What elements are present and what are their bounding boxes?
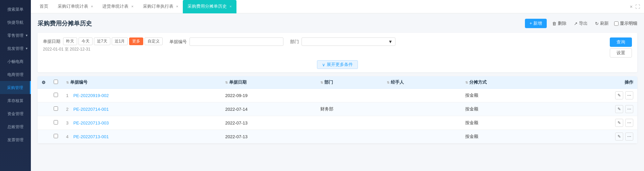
row-checkbox[interactable] [54,93,58,97]
tab-close-icon[interactable]: × [131,4,133,8]
doc-no-link[interactable]: PE-20220919-002 [73,93,109,98]
edit-icon[interactable]: ✎ [615,133,623,141]
select-all-checkbox[interactable] [54,80,58,84]
row-checkbox-cell[interactable] [50,130,62,144]
table-row: 1 PE-20220919-002 2022-09-19 按金额 ✎ ⋯ [38,89,637,102]
chevron-down-icon: ∨ [322,62,325,67]
sidebar-item-电商管理[interactable]: 电商管理 [0,68,31,81]
date-btn-today[interactable]: 今天 [78,37,93,45]
row-dept-cell [316,89,383,102]
show-columns-checkbox[interactable] [614,21,619,26]
date-search-field: 单据日期 昨天 今天 近7天 近1月 更多 自定义 [43,37,163,45]
sidebar-item-批发管理[interactable]: 批发管理 [0,42,31,55]
show-columns-toggle[interactable]: 显示明细 [614,20,637,26]
date-range-btns: 昨天 今天 近7天 近1月 更多 自定义 [63,37,163,45]
tab-close-icon[interactable]: × [229,4,231,8]
more-ops-icon[interactable]: ⋯ [625,105,633,113]
row-date-cell: 2022-07-13 [221,116,316,130]
more-ops-icon[interactable]: ⋯ [625,119,633,127]
table-row: 4 PE-20220713-001 2022-07-13 按金额 ✎ ⋯ [38,130,637,144]
edit-icon[interactable]: ✎ [615,105,623,113]
date-btn-more[interactable]: 更多 [129,37,143,45]
date-btn-1month[interactable]: 近1月 [112,37,128,45]
export-icon: ↗ [574,21,578,26]
tab-4[interactable]: 采购费用分摊单历史× [183,0,236,13]
row-checkbox-cell[interactable] [50,89,62,102]
more-ops-icon[interactable]: ⋯ [625,133,633,141]
th-settings[interactable]: ⚙ [38,76,50,89]
maximize-window-icon[interactable]: ⛶ [635,4,640,9]
date-btn-custom[interactable]: 自定义 [145,37,163,45]
row-num-cell: 3 PE-20220713-003 [62,116,221,130]
tab-3[interactable]: 采购订单执行表× [138,0,183,13]
delete-button[interactable]: 🗑 删除 [550,19,569,28]
row-checkbox[interactable] [54,106,58,111]
dept-select[interactable]: ▼ [302,37,395,46]
row-ops-cell: ✎ ⋯ [553,102,637,116]
search-btn-group: 查询 设置 [610,37,632,58]
row-ops-cell: ✎ ⋯ [553,89,637,102]
row-handler-cell [383,116,461,130]
table-header: ⚙ ⇅ 单据编号 ⇅ 单据日期 ⇅ 部门 ⇅ 经手人 ⇅ 分摊方式 操作 [38,76,637,89]
row-handler-cell [383,102,461,116]
more-ops-icon[interactable]: ⋯ [625,91,633,99]
tab-1[interactable]: 采购订单统计表× [53,0,98,13]
tab-close-icon[interactable]: × [176,4,178,8]
date-label: 单据日期 [43,38,60,45]
expand-more-button[interactable]: ∨ 展开更多条件 [317,60,358,69]
sidebar-item-发票管理[interactable]: 发票管理 [0,133,31,146]
row-num-cell: 1 PE-20220919-002 [62,89,221,102]
row-num: 2 [66,107,68,112]
row-num: 4 [66,134,68,139]
tab-0[interactable]: 首页 [35,0,53,13]
edit-icon[interactable]: ✎ [615,91,623,99]
sort-icon: ⇅ [387,81,389,84]
sort-icon: ⇅ [66,81,69,84]
sidebar: 搜索菜单快捷导航零售管理批发管理小畅电商电商管理采购管理库存核算资金管理总账管理… [0,0,31,171]
edit-icon[interactable]: ✎ [615,119,623,127]
row-method-cell: 按金额 [461,116,553,130]
sidebar-item-采购管理[interactable]: 采购管理 [0,81,31,94]
row-checkbox-cell[interactable] [50,116,62,130]
row-settings-cell [38,89,50,102]
data-table: ⚙ ⇅ 单据编号 ⇅ 单据日期 ⇅ 部门 ⇅ 经手人 ⇅ 分摊方式 操作 [38,76,637,144]
sidebar-item-零售管理[interactable]: 零售管理 [0,29,31,42]
page-title: 采购费用分摊单历史 [38,19,92,27]
sidebar-item-资金管理[interactable]: 资金管理 [0,107,31,120]
row-checkbox[interactable] [54,134,58,138]
doc-num-field: 单据编号 [169,37,283,46]
close-window-icon[interactable]: × [630,4,633,9]
row-num-cell: 4 PE-20220713-001 [62,130,221,144]
tab-bar-actions: × ⛶ [630,4,640,9]
th-doc-no: ⇅ 单据编号 [62,76,221,89]
doc-num-input[interactable] [190,37,283,46]
sidebar-item-搜索菜单[interactable]: 搜索菜单 [0,3,31,16]
sidebar-item-库存核算[interactable]: 库存核算 [0,94,31,107]
add-button[interactable]: + 新增 [525,19,547,28]
sidebar-item-总账管理[interactable]: 总账管理 [0,120,31,133]
doc-no-link[interactable]: PE-20220713-003 [73,120,109,125]
th-handler: ⇅ 经手人 [383,76,461,89]
row-dept-cell [316,116,383,130]
sidebar-item-快捷导航[interactable]: 快捷导航 [0,16,31,29]
row-method-cell: 按金额 [461,130,553,144]
tab-close-icon[interactable]: × [91,4,93,8]
date-btn-7days[interactable]: 近7天 [94,37,110,45]
sidebar-item-小畅电商[interactable]: 小畅电商 [0,55,31,68]
th-checkbox[interactable] [50,76,62,89]
row-checkbox-cell[interactable] [50,102,62,116]
refresh-button[interactable]: ↻ 刷新 [593,19,611,28]
row-date-cell: 2022-07-14 [221,102,316,116]
date-btn-yesterday[interactable]: 昨天 [63,37,77,45]
row-checkbox[interactable] [54,120,58,124]
doc-no-link[interactable]: PE-20220714-001 [73,107,109,112]
page-actions: + 新增 🗑 删除 ↗ 导出 ↻ 刷新 显示明细 [525,19,637,28]
export-button[interactable]: ↗ 导出 [572,19,590,28]
row-settings-cell [38,102,50,116]
search-button[interactable]: 查询 [610,37,632,47]
row-handler-cell [383,89,461,102]
setting-button[interactable]: 设置 [610,48,632,58]
tab-2[interactable]: 进货单统计表× [98,0,138,13]
doc-no-link[interactable]: PE-20220713-001 [73,134,109,139]
row-handler-cell [383,130,461,144]
